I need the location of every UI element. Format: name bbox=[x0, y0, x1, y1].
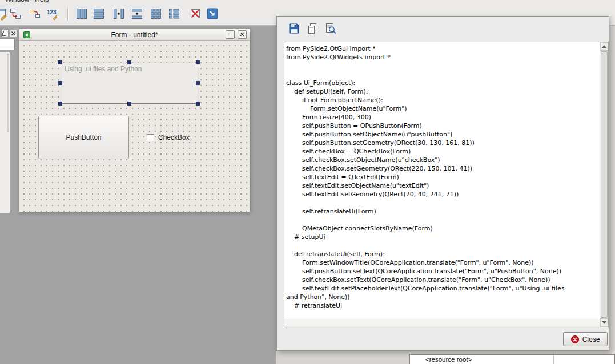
adjust-size-glyph bbox=[206, 7, 219, 21]
horizontal-scrollbar[interactable] bbox=[284, 319, 600, 327]
layout-form-icon[interactable] bbox=[167, 6, 182, 21]
code-line: self.pushButton.setText(QCoreApplication… bbox=[286, 267, 600, 276]
code-line: self.checkBox.setObjectName(u"checkBox") bbox=[286, 156, 600, 164]
code-line bbox=[286, 216, 600, 224]
selection-handle-middle-left[interactable] bbox=[58, 81, 62, 85]
vertical-scrollbar[interactable] bbox=[600, 42, 608, 327]
resource-browser-panel[interactable]: <resource root> bbox=[409, 354, 615, 364]
edit-tab-order-icon[interactable]: 123 bbox=[45, 6, 60, 21]
code-line: self.checkBox.setGeometry(QRect(220, 150… bbox=[286, 164, 600, 173]
code-text[interactable]: from PySide2.QtGui import *from PySide2.… bbox=[284, 42, 600, 319]
selection-handle-top-right[interactable] bbox=[196, 60, 200, 64]
close-panel-icon[interactable] bbox=[10, 30, 17, 37]
close-glyph bbox=[11, 31, 16, 36]
adjust-size-icon[interactable] bbox=[205, 6, 220, 21]
edit-buddies-icon[interactable] bbox=[27, 6, 42, 21]
code-line: self.retranslateUi(Form) bbox=[286, 207, 600, 216]
code-line: self.pushButton.setObjectName(u"pushButt… bbox=[286, 130, 600, 139]
layout-vertical-splitter-icon[interactable] bbox=[130, 6, 144, 21]
qt-designer-window: Window Help bbox=[0, 0, 615, 364]
code-line: self.textEdit = QTextEdit(Form) bbox=[286, 173, 600, 181]
pushbutton-widget[interactable]: PushButton bbox=[38, 116, 129, 159]
checkbox-indicator[interactable] bbox=[147, 134, 154, 141]
code-line: self.pushButton.setGeometry(QRect(30, 13… bbox=[286, 139, 600, 147]
resource-column-divider bbox=[553, 355, 554, 364]
selection-handle-top-left[interactable] bbox=[58, 60, 62, 64]
edit-signals-slots-glyph bbox=[9, 7, 22, 21]
widgetbox-scrollbar[interactable] bbox=[7, 54, 9, 132]
scroll-down-icon[interactable] bbox=[600, 318, 608, 327]
toolbar-separator bbox=[67, 8, 69, 21]
code-line: self.textEdit.setGeometry(QRect(70, 40, … bbox=[286, 190, 600, 199]
code-line bbox=[286, 70, 600, 79]
minimize-button[interactable]: - bbox=[226, 30, 235, 39]
code-line bbox=[286, 199, 600, 207]
code-line: from PySide2.QtGui import * bbox=[286, 45, 600, 53]
form-canvas[interactable]: Using .ui files and Python PushButton Ch… bbox=[19, 41, 250, 212]
layout-vertically-glyph bbox=[92, 7, 106, 21]
code-line: QMetaObject.connectSlotsByName(Form) bbox=[286, 224, 600, 233]
code-line: Form.resize(400, 300) bbox=[286, 113, 600, 122]
break-layout-glyph bbox=[188, 7, 202, 21]
code-line: def setupUi(self, Form): bbox=[286, 87, 600, 96]
resource-root-item[interactable]: <resource root> bbox=[425, 356, 472, 363]
dialog-close-button[interactable]: Close bbox=[563, 332, 608, 346]
code-line: and Python", None)) bbox=[286, 293, 600, 301]
float-panel-icon[interactable] bbox=[1, 30, 9, 37]
edit-buddies-glyph bbox=[28, 7, 42, 21]
code-line: self.checkBox.setText(QCoreApplication.t… bbox=[286, 276, 600, 284]
layout-horizontal-splitter-icon[interactable] bbox=[111, 6, 126, 21]
scrollbar-thumb[interactable] bbox=[601, 51, 608, 318]
layout-horizontally-glyph bbox=[75, 7, 89, 21]
code-line: self.pushButton = QPushButton(Form) bbox=[286, 122, 600, 130]
copy-glyph bbox=[306, 22, 319, 35]
widgetbox-panel[interactable] bbox=[0, 52, 10, 213]
widgetbox-filter-input[interactable] bbox=[0, 38, 15, 50]
scroll-up-icon[interactable] bbox=[600, 42, 608, 51]
code-line: # setupUi bbox=[286, 233, 600, 241]
selection-handle-top-center[interactable] bbox=[127, 60, 131, 64]
selection-handle-bottom-center[interactable] bbox=[127, 102, 131, 106]
close-button[interactable]: ✕ bbox=[238, 30, 247, 39]
code-line: self.checkBox = QCheckBox(Form) bbox=[286, 147, 600, 156]
layout-vertically-icon[interactable] bbox=[91, 6, 106, 21]
code-line: Form.setObjectName(u"Form") bbox=[286, 104, 600, 113]
save-icon[interactable] bbox=[287, 22, 301, 35]
textedit-widget[interactable]: Using .ui files and Python bbox=[61, 63, 198, 104]
svg-text:123: 123 bbox=[47, 9, 57, 15]
save-glyph bbox=[287, 22, 301, 35]
float-glyph bbox=[2, 31, 7, 36]
edit-widgets-glyph bbox=[0, 7, 9, 21]
layout-grid-icon[interactable] bbox=[148, 6, 163, 21]
selection-handle-bottom-right[interactable] bbox=[196, 102, 200, 106]
layout-grid-glyph bbox=[149, 7, 163, 21]
form-window-titlebar[interactable]: Form - untitled* - ✕ bbox=[19, 29, 250, 41]
code-line: self.textEdit.setObjectName(u"textEdit") bbox=[286, 181, 600, 190]
code-line: def retranslateUi(self, Form): bbox=[286, 250, 600, 258]
layout-horizontally-icon[interactable] bbox=[74, 6, 89, 21]
checkbox-widget[interactable]: CheckBox bbox=[147, 134, 190, 141]
code-line: if not Form.objectName(): bbox=[286, 96, 600, 104]
layout-vertical-splitter-glyph bbox=[130, 7, 144, 21]
layout-form-glyph bbox=[167, 7, 181, 21]
code-view[interactable]: from PySide2.QtGui import *from PySide2.… bbox=[284, 42, 609, 327]
checkbox-label: CheckBox bbox=[158, 134, 190, 141]
edit-signals-slots-icon[interactable] bbox=[8, 6, 23, 21]
selection-handle-bottom-left[interactable] bbox=[58, 102, 62, 106]
break-layout-icon[interactable] bbox=[188, 6, 203, 21]
code-line bbox=[286, 241, 600, 250]
close-circle-icon bbox=[571, 335, 579, 343]
code-line: from PySide2.QtWidgets import * bbox=[286, 53, 600, 62]
copy-icon[interactable] bbox=[306, 22, 319, 35]
code-line bbox=[286, 62, 600, 70]
code-preview-dialog: from PySide2.QtGui import *from PySide2.… bbox=[276, 16, 609, 351]
code-line: self.textEdit.setPlaceholderText(QCoreAp… bbox=[286, 284, 600, 293]
code-line: Form.setWindowTitle(QCoreApplication.tra… bbox=[286, 258, 600, 267]
selection-handle-middle-right[interactable] bbox=[196, 81, 200, 85]
code-line: # retranslateUi bbox=[286, 301, 600, 310]
layout-horizontal-splitter-glyph bbox=[112, 7, 126, 21]
edit-tab-order-glyph: 123 bbox=[46, 7, 59, 21]
dialog-close-label: Close bbox=[582, 335, 600, 343]
find-icon[interactable] bbox=[324, 22, 337, 35]
form-editor-window: Form - untitled* - ✕ Using .ui files and… bbox=[19, 29, 250, 212]
